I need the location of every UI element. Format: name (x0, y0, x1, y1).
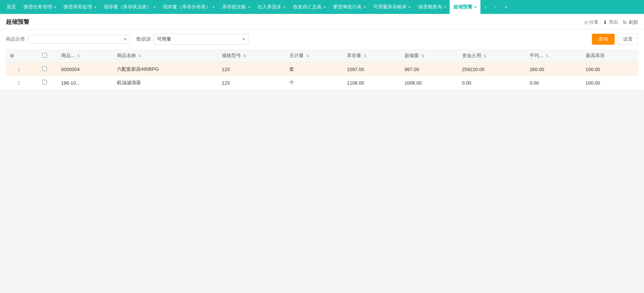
filter-right-buttons: 查询 设置 (592, 34, 638, 45)
table-row: 1 0000004 六配套新昌490BPG 123 套 1097.00 997.… (6, 63, 638, 76)
share-button[interactable]: ⎋ 分享 (585, 19, 599, 26)
close-collect-summary[interactable]: × (323, 5, 326, 9)
nav-close-all[interactable]: × (501, 0, 511, 14)
cell-product-name: 机油滤清器 (113, 76, 218, 90)
nav-available-ledger[interactable]: 可用量库存账本 × (370, 0, 414, 14)
cell-num: 2 (6, 76, 32, 90)
nav-inventory-status[interactable]: 现存量（库存状况表） × (100, 0, 159, 14)
cell-avg: 0.00 (526, 76, 582, 90)
sort-over-stock-icon: ⇅ (421, 54, 424, 58)
nav-inventory-dist[interactable]: 现存量（库存分布表） × (159, 0, 218, 14)
nav-tuo-task[interactable]: 拣货任务管理 × (20, 0, 60, 14)
sort-product-code-icon: ⇅ (77, 54, 80, 58)
th-checkbox (32, 49, 57, 63)
row-checkbox[interactable] (42, 80, 47, 85)
table-row: 2 186-10... 机油滤清器 123 个 1106.00 1006.00 … (6, 76, 638, 90)
sort-stock-icon: ⇅ (364, 54, 367, 58)
page-header: 超储预警 ⎋ 分享 ⬇ 导出 ↻ 刷新 (0, 14, 644, 29)
cell-unit: 个 (286, 76, 343, 90)
cell-product-code: 186-10... (58, 76, 113, 90)
cell-spec: 123 (218, 76, 286, 90)
cell-num: 1 (6, 63, 32, 76)
cell-avg: 260.00 (526, 63, 582, 76)
th-product-name[interactable]: 商品名称 ⇅ (113, 49, 218, 63)
table-body: 1 0000004 六配套新昌490BPG 123 套 1097.00 997.… (6, 63, 638, 90)
page-container: 超储预警 ⎋ 分享 ⬇ 导出 ↻ 刷新 商品分类 ▼ 数据源 (0, 14, 644, 90)
gear-icon[interactable]: ⚙ (10, 53, 14, 59)
cell-spec: 123 (218, 63, 286, 76)
cell-capital: 0.00 (458, 76, 526, 90)
share-icon: ⎋ (585, 19, 588, 25)
filter-datasource-label: 数据源 (136, 36, 151, 42)
sort-capital-icon: ⇅ (483, 54, 486, 58)
table-header-row: ⚙ 商品... ⇅ 商品名称 ⇅ 规格型号 ⇅ (6, 49, 638, 63)
th-unit[interactable]: 主计量 ⇅ (286, 49, 343, 63)
close-tuo-abnormal[interactable]: × (94, 5, 96, 9)
row-checkbox[interactable] (42, 66, 47, 71)
cell-over-stock: 1006.00 (401, 76, 458, 90)
th-product-code[interactable]: 商品... ⇅ (58, 49, 113, 63)
header-actions: ⎋ 分享 ⬇ 导出 ↻ 刷新 (585, 19, 638, 26)
table-container: ⚙ 商品... ⇅ 商品名称 ⇅ 规格型号 ⇅ (0, 49, 644, 90)
top-navigation: 首页 拣货任务管理 × 拣货异常处理 × 现存量（库存状况表） × 现存量（库存… (0, 0, 644, 14)
nav-tuo-abnormal[interactable]: 拣货异常处理 × (60, 0, 100, 14)
close-inventory-dist[interactable]: × (212, 5, 215, 9)
filter-datasource: 数据源 可用量 ▼ (136, 34, 249, 45)
nav-order-stats[interactable]: 要货单统计表 × (329, 0, 369, 14)
th-stock[interactable]: 库存量 ⇅ (343, 49, 401, 63)
nav-next-arrow[interactable]: › (491, 0, 501, 14)
nav-over-storage[interactable]: 超储预警 × (450, 0, 480, 14)
th-avg[interactable]: 平均... ⇅ (526, 49, 582, 63)
refresh-button[interactable]: ↻ 刷新 (623, 19, 638, 26)
close-tuo-task[interactable]: × (54, 5, 56, 9)
category-chevron-icon: ▼ (123, 37, 127, 41)
export-icon: ⬇ (603, 19, 607, 25)
sort-spec-icon: ⇅ (243, 54, 246, 58)
th-capital[interactable]: 资金占用 ⇅ (458, 49, 526, 63)
close-inventory-status[interactable]: × (153, 5, 155, 9)
close-over-storage[interactable]: × (474, 5, 476, 9)
settings-button[interactable]: 设置 (618, 34, 638, 45)
close-inventory-batch[interactable]: × (248, 5, 250, 9)
sort-unit-icon: ⇅ (306, 54, 309, 58)
cell-unit: 套 (286, 63, 343, 76)
cell-stock: 1106.00 (343, 76, 401, 90)
page-title: 超储预警 (6, 18, 29, 26)
cell-product-name: 六配套新昌490BPG (113, 63, 218, 76)
cell-checkbox (32, 76, 57, 90)
close-order-stats[interactable]: × (363, 5, 366, 9)
th-over-stock[interactable]: 超储量 ⇅ (401, 49, 458, 63)
filter-category-label: 商品分类 (6, 36, 25, 42)
nav-home[interactable]: 首页 (3, 0, 20, 14)
category-select[interactable]: ▼ (28, 35, 131, 44)
nav-prev-arrow[interactable]: ‹ (480, 0, 491, 14)
close-inout-flow[interactable]: × (283, 5, 285, 9)
close-quality-check[interactable]: × (444, 5, 446, 9)
nav-collect-summary[interactable]: 收发存汇总表 × (289, 0, 329, 14)
datasource-select-value: 可用量 (157, 36, 171, 42)
nav-inventory-batch[interactable]: 库存批次账 × (219, 0, 254, 14)
cell-max-stock: 100.00 (582, 63, 638, 76)
cell-product-code: 0000004 (58, 63, 113, 76)
filter-row: 商品分类 ▼ 数据源 可用量 ▼ 查询 设置 (0, 29, 644, 49)
nav-quality-check[interactable]: 保质期查询 × (414, 0, 450, 14)
close-available-ledger[interactable]: × (409, 5, 411, 9)
sort-avg-icon: ⇅ (546, 54, 549, 58)
refresh-icon: ↻ (623, 19, 627, 25)
cell-capital: 259220.00 (458, 63, 526, 76)
sort-product-name-icon: ⇅ (138, 54, 141, 58)
data-table: ⚙ 商品... ⇅ 商品名称 ⇅ 规格型号 ⇅ (6, 49, 638, 90)
datasource-chevron-icon: ▼ (242, 37, 246, 41)
th-spec[interactable]: 规格型号 ⇅ (218, 49, 286, 63)
filter-category: 商品分类 ▼ (6, 35, 131, 44)
select-all-checkbox[interactable] (42, 53, 47, 58)
th-settings: ⚙ (6, 49, 32, 63)
datasource-select[interactable]: 可用量 ▼ (154, 34, 249, 45)
cell-checkbox (32, 63, 57, 76)
export-button[interactable]: ⬇ 导出 (603, 19, 618, 26)
cell-over-stock: 997.00 (401, 63, 458, 76)
query-button[interactable]: 查询 (592, 34, 615, 45)
nav-inout-flow[interactable]: 出入库流水 × (254, 0, 289, 14)
cell-stock: 1097.00 (343, 63, 401, 76)
th-max-stock: 最高库存 (582, 49, 638, 63)
